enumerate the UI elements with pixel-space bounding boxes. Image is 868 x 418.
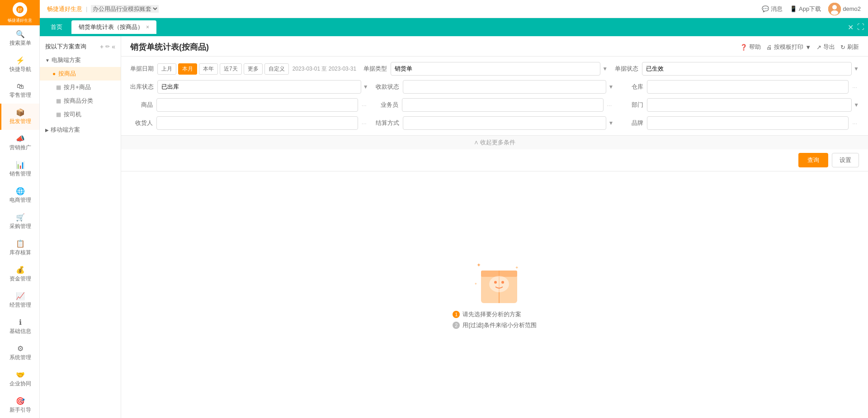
filter-dept-item: 部门 ▼ [621,98,859,112]
close-tab-btn[interactable]: ✕ [848,23,854,32]
username-label: demo2 [843,5,861,12]
mobile-section-header[interactable]: ▶ 移动端方案 [40,123,121,137]
sidebar-item-label: 库存核算 [9,249,31,256]
payment-status-dropdown-arrow[interactable]: ▼ [608,84,613,90]
sidebar-item-finance[interactable]: 💰 资金管理 [0,261,39,287]
out-status-input[interactable] [157,80,361,94]
salesperson-input[interactable] [402,98,604,112]
filter-row-3: 商品 ··· 业务员 ··· [130,98,859,112]
brand-input[interactable] [647,116,849,130]
sidebar-item-wholesale[interactable]: 📦 批发管理 [0,104,39,130]
dept-dropdown-arrow[interactable]: ▼ [854,102,859,108]
tab-home[interactable]: 首页 [43,20,70,34]
doc-type-dropdown-arrow[interactable]: ▼ [602,66,608,72]
tab-close-btn[interactable]: × [146,24,149,30]
by-month-icon: ▦ [56,84,61,90]
template-print-btn[interactable]: 🖨 按模板打印 ▼ [766,43,811,51]
sidebar-item-basic-info[interactable]: ℹ 基础信息 [0,314,39,340]
date-btn-more[interactable]: 更多 [244,63,263,75]
date-filter-control: 上月 本月 本年 近7天 更多 自定义 2023-03-01 至 2023-03… [157,63,356,75]
separator: | [86,5,87,12]
payment-status-input[interactable] [403,80,607,94]
panel-item-by-product[interactable]: ● 按商品 [40,67,121,81]
tab-sales-stats[interactable]: 销货单统计表（按商品） × [71,20,156,34]
doc-type-input[interactable] [391,62,600,76]
by-month-product-label: 按月+商品 [64,83,91,91]
account-dropdown[interactable]: 办公用品行业模拟账套 [91,5,159,13]
date-btn-last-month[interactable]: 上月 [157,63,176,75]
sidebar-item-search[interactable]: 🔍 搜索菜单 [0,25,39,52]
sidebar-item-purchase[interactable]: 🛒 采购管理 [0,209,39,235]
payment-method-dropdown-arrow[interactable]: ▼ [608,120,613,126]
panel-section-mobile: ▶ 移动端方案 [40,123,121,137]
refresh-btn[interactable]: ↻ 刷新 [840,43,859,51]
sidebar-item-inventory[interactable]: 📋 库存核算 [0,235,39,261]
sidebar-item-retail[interactable]: 🛍 零售管理 [0,78,39,104]
help-icon: ❓ [740,44,747,51]
filter-date-item: 单据日期 上月 本月 本年 近7天 更多 自定义 2023-03-01 至 20… [130,63,356,75]
date-btn-7days[interactable]: 近7天 [220,63,242,75]
left-panel-title: 按以下方案查询 [45,43,86,51]
sidebar-item-label: 经营管理 [9,301,31,309]
date-btn-this-month[interactable]: 本月 [178,63,197,75]
edit-scheme-btn[interactable]: ✏ [105,43,110,50]
sidebar-item-marketing[interactable]: 📣 营销推广 [0,130,39,156]
panel-item-by-product-category[interactable]: ▦ 按商品分类 [40,94,121,108]
expand-tab-btn[interactable]: ⛶ [857,23,864,31]
panel-section-pc: ▼ 电脑端方案 ● 按商品 ▦ 按月+商品 ▦ 按商品分类 ▦ 按司机 [40,53,121,121]
hint-text-2: 用[过滤]条件来缩小分析范围 [462,321,536,329]
sidebar-item-ecommerce[interactable]: 🌐 电商管理 [0,182,39,209]
sidebar-item-sales-mgmt[interactable]: 📊 销售管理 [0,156,39,182]
collapse-filters-btn[interactable]: ∧ 收起更多条件 [121,135,868,149]
left-panel-header-actions: + ✏ « [100,43,115,50]
sidebar-item-system[interactable]: ⚙ 系统管理 [0,340,39,366]
hint-text-1: 请先选择要分析的方案 [462,310,521,318]
sidebar-item-enterprise[interactable]: 🤝 企业协同 [0,366,39,392]
product-input[interactable] [156,98,358,112]
dept-input[interactable] [647,98,852,112]
settings-btn[interactable]: 设置 [832,153,859,167]
help-btn[interactable]: ❓ 帮助 [740,43,761,51]
sidebar-item-quick-nav[interactable]: ⚡ 快捷导航 [0,52,39,78]
sidebar-item-label: 系统管理 [9,354,31,361]
sidebar-logo: 好 畅捷通好生意 [0,0,40,25]
warehouse-more-btn[interactable]: ··· [850,84,859,90]
salesperson-more-btn[interactable]: ··· [605,102,614,109]
sidebar-item-label: 基础信息 [9,328,31,335]
by-product-category-label: 按商品分类 [64,97,93,105]
recipient-input[interactable] [156,116,358,130]
print-arrow-icon: ▼ [805,44,811,51]
product-more-btn[interactable]: ··· [360,102,368,109]
warehouse-input[interactable] [647,80,849,94]
out-status-dropdown-arrow[interactable]: ▼ [363,84,368,90]
out-status-control: ▼ [157,80,368,94]
date-range-display: 2023-03-01 至 2023-03-31 [292,65,356,73]
recipient-more-btn[interactable]: ··· [360,120,368,127]
pc-section-header[interactable]: ▼ 电脑端方案 [40,53,121,67]
system-icon: ⚙ [17,344,24,353]
collapse-panel-btn[interactable]: « [112,43,115,50]
message-label: 消息 [771,5,783,13]
message-btn[interactable]: 💬 消息 [762,5,783,13]
brand-more-btn[interactable]: ··· [850,120,859,127]
app-download-btn[interactable]: 📱 App下载 [790,5,821,13]
user-menu[interactable]: demo2 [828,3,861,15]
date-btn-this-year[interactable]: 本年 [199,63,218,75]
date-btn-custom[interactable]: 自定义 [264,63,289,75]
operations-icon: 📈 [16,292,25,300]
sidebar-item-label: 快捷导航 [9,66,31,73]
add-scheme-btn[interactable]: + [100,43,104,50]
sidebar-item-label: 资金管理 [9,275,31,283]
query-btn[interactable]: 查询 [798,153,828,167]
doc-status-input[interactable] [642,62,852,76]
panel-item-by-printer[interactable]: ▦ 按司机 [40,108,121,121]
by-product-icon: ● [52,71,56,77]
topbar: 畅捷通好生意 | 办公用品行业模拟账套 💬 消息 📱 App下载 demo2 [40,0,868,18]
svg-point-4 [831,10,838,15]
panel-item-by-month-product[interactable]: ▦ 按月+商品 [40,81,121,94]
sidebar-item-new-guide[interactable]: 🎯 新手引导 [0,392,39,418]
export-btn[interactable]: ↗ 导出 [816,43,835,51]
payment-method-input[interactable] [403,116,607,130]
sidebar-item-operations[interactable]: 📈 经营管理 [0,287,39,314]
doc-status-dropdown-arrow[interactable]: ▼ [854,66,859,72]
